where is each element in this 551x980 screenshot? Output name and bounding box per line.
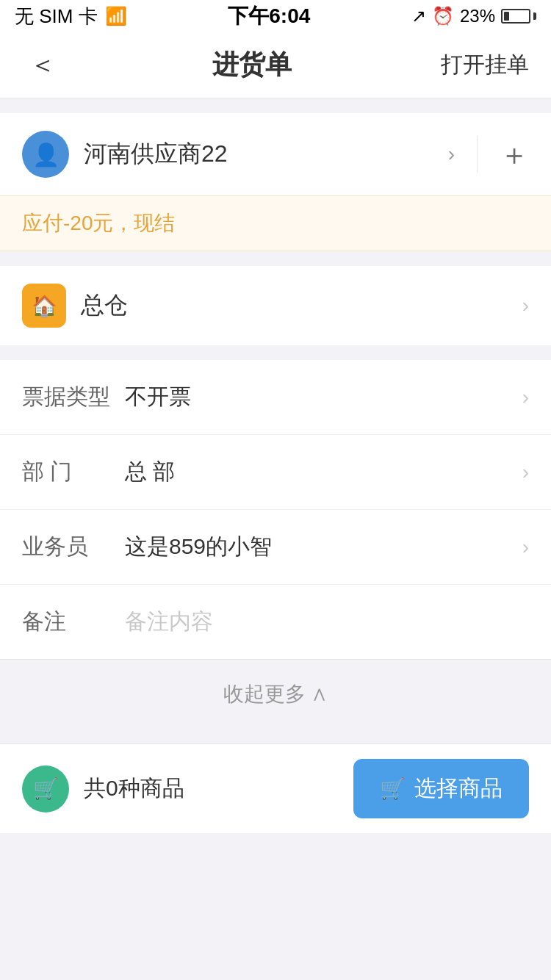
battery-percent: 23% bbox=[460, 6, 495, 26]
select-product-button[interactable]: 🛒 选择商品 bbox=[353, 759, 529, 818]
collapse-label: 收起更多 ∧ bbox=[223, 680, 328, 708]
select-cart-icon: 🛒 bbox=[380, 777, 406, 801]
home-icon: 🏠 bbox=[32, 294, 57, 318]
alarm-icon: ⏰ bbox=[432, 6, 454, 26]
section-gap-1 bbox=[0, 98, 551, 113]
location-icon: ↗ bbox=[411, 6, 426, 26]
collapse-row[interactable]: 收起更多 ∧ bbox=[0, 659, 551, 729]
bottom-bar: 🛒 共0种商品 🛒 选择商品 bbox=[0, 743, 551, 833]
status-right: ↗ ⏰ 23% bbox=[411, 6, 536, 26]
supplier-chevron-icon: › bbox=[448, 143, 455, 166]
remark-placeholder[interactable]: 备注内容 bbox=[125, 607, 529, 637]
notice-banner: 应付-20元，现结 bbox=[0, 195, 551, 251]
wifi-icon: 📶 bbox=[105, 6, 127, 26]
background-fill bbox=[0, 833, 551, 980]
remark-label: 备注 bbox=[22, 607, 118, 637]
ticket-type-chevron-icon: › bbox=[522, 386, 529, 409]
section-gap-3 bbox=[0, 729, 551, 743]
page-title: 进货单 bbox=[212, 47, 292, 83]
open-pending-button[interactable]: 打开挂单 bbox=[441, 50, 529, 80]
add-button[interactable]: ＋ bbox=[500, 134, 529, 175]
product-icon-wrap: 🛒 bbox=[22, 765, 69, 813]
salesperson-label: 业务员 bbox=[22, 532, 118, 562]
select-product-label: 选择商品 bbox=[414, 774, 503, 804]
ticket-type-value: 不开票 bbox=[125, 382, 522, 412]
warehouse-name: 总仓 bbox=[81, 289, 522, 322]
department-row[interactable]: 部 门 总 部 › bbox=[0, 435, 551, 510]
battery-indicator bbox=[501, 9, 536, 24]
back-button[interactable]: ＜ bbox=[22, 40, 63, 90]
ticket-type-row[interactable]: 票据类型 不开票 › bbox=[0, 360, 551, 435]
department-chevron-icon: › bbox=[522, 461, 529, 484]
avatar-icon: 👤 bbox=[32, 142, 60, 167]
salesperson-value: 这是859的小智 bbox=[125, 532, 522, 562]
status-left: 无 SIM 卡 📶 bbox=[15, 4, 127, 29]
department-label: 部 门 bbox=[22, 457, 118, 487]
supplier-section: 👤 河南供应商22 › ＋ 应付-20元，现结 bbox=[0, 113, 551, 251]
warehouse-icon: 🏠 bbox=[22, 284, 66, 328]
form-section: 票据类型 不开票 › 部 门 总 部 › 业务员 这是859的小智 › 备注 备… bbox=[0, 360, 551, 659]
supplier-name: 河南供应商22 bbox=[84, 138, 448, 170]
salesperson-chevron-icon: › bbox=[522, 536, 529, 559]
status-time: 下午6:04 bbox=[228, 2, 310, 30]
carrier-label: 无 SIM 卡 bbox=[15, 4, 98, 29]
remark-row[interactable]: 备注 备注内容 bbox=[0, 585, 551, 659]
status-bar: 无 SIM 卡 📶 下午6:04 ↗ ⏰ 23% bbox=[0, 0, 551, 32]
product-count-label: 共0种商品 bbox=[84, 774, 353, 804]
nav-bar: ＜ 进货单 打开挂单 bbox=[0, 32, 551, 98]
vertical-divider bbox=[477, 136, 478, 173]
ticket-type-label: 票据类型 bbox=[22, 382, 118, 412]
supplier-avatar: 👤 bbox=[22, 131, 69, 178]
warehouse-row[interactable]: 🏠 总仓 › bbox=[0, 266, 551, 345]
department-value: 总 部 bbox=[125, 457, 522, 487]
salesperson-row[interactable]: 业务员 这是859的小智 › bbox=[0, 510, 551, 585]
supplier-row[interactable]: 👤 河南供应商22 › ＋ bbox=[0, 113, 551, 195]
cart-icon: 🛒 bbox=[33, 777, 59, 801]
warehouse-section: 🏠 总仓 › bbox=[0, 266, 551, 345]
section-gap-2 bbox=[0, 251, 551, 266]
notice-text: 应付-20元，现结 bbox=[22, 212, 175, 234]
warehouse-chevron-icon: › bbox=[522, 294, 529, 317]
